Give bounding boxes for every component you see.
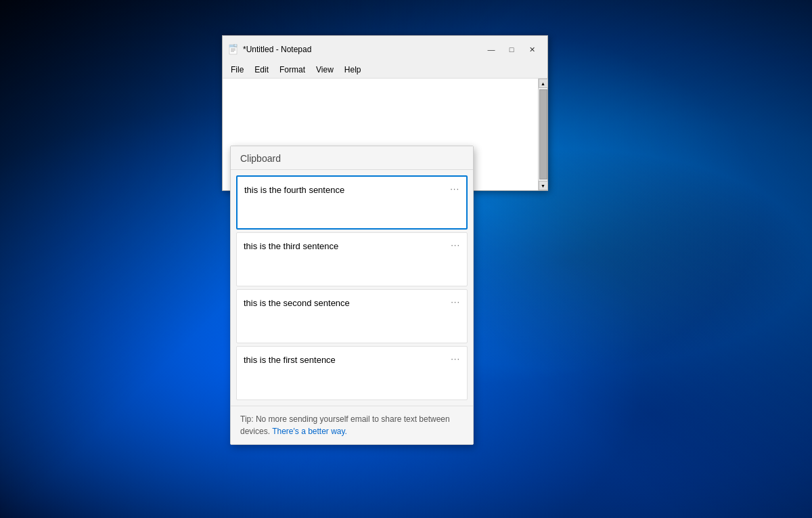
- scroll-down-arrow[interactable]: ▼: [539, 181, 548, 190]
- window-controls: — □ ✕: [481, 41, 542, 58]
- menu-help[interactable]: Help: [339, 63, 367, 77]
- menu-bar: File Edit Format View Help: [223, 62, 547, 79]
- svg-rect-5: [234, 44, 237, 47]
- clipboard-item-text: this is the fourth sentence: [244, 185, 344, 195]
- notepad-app-icon: [228, 44, 239, 55]
- clipboard-tip: Tip: No more sending yourself email to s…: [231, 406, 473, 444]
- title-bar: *Untitled - Notepad — □ ✕: [223, 36, 547, 62]
- clipboard-item-menu-button[interactable]: ···: [451, 297, 460, 307]
- minimize-button[interactable]: —: [481, 41, 501, 58]
- title-bar-left: *Untitled - Notepad: [228, 44, 311, 55]
- clipboard-item-text: this is the second sentence: [244, 298, 350, 308]
- scrollbar-thumb[interactable]: [539, 89, 547, 179]
- clipboard-item[interactable]: this is the fourth sentence ···: [236, 175, 468, 230]
- scrollbar: ▲ ▼: [538, 79, 547, 190]
- clipboard-item-menu-button[interactable]: ···: [451, 240, 460, 250]
- close-button[interactable]: ✕: [522, 41, 542, 58]
- maximize-button[interactable]: □: [501, 41, 522, 58]
- clipboard-item-text: this is the first sentence: [244, 355, 336, 365]
- clipboard-header: Clipboard: [231, 146, 473, 170]
- clipboard-tip-link[interactable]: There's a better way.: [272, 427, 347, 436]
- menu-edit[interactable]: Edit: [249, 63, 274, 77]
- menu-view[interactable]: View: [311, 63, 339, 77]
- clipboard-panel: Clipboard this is the fourth sentence ··…: [230, 146, 474, 445]
- clipboard-item[interactable]: this is the second sentence ···: [236, 289, 468, 343]
- menu-file[interactable]: File: [225, 63, 249, 77]
- menu-format[interactable]: Format: [274, 63, 311, 77]
- clipboard-item-menu-button[interactable]: ···: [451, 353, 460, 364]
- clipboard-item[interactable]: this is the first sentence ···: [236, 346, 468, 400]
- window-title: *Untitled - Notepad: [243, 45, 311, 54]
- clipboard-items-list: this is the fourth sentence ··· this is …: [231, 170, 473, 406]
- clipboard-item-text: this is the third sentence: [244, 241, 338, 251]
- clipboard-item[interactable]: this is the third sentence ···: [236, 232, 468, 286]
- scroll-up-arrow[interactable]: ▲: [539, 79, 548, 88]
- clipboard-item-menu-button[interactable]: ···: [450, 184, 459, 194]
